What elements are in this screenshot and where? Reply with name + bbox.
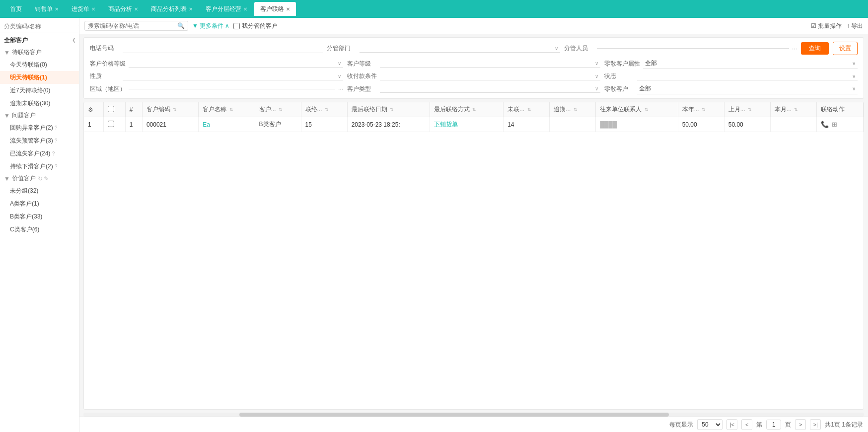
nav-product-analysis-list-close[interactable]: ✕ [189, 6, 193, 12]
first-page-button[interactable]: |< [726, 419, 737, 430]
sidebar-group-pending[interactable]: ▼ 待联络客户 [0, 47, 79, 58]
sidebar-item-ungrouped[interactable]: 未分组(32) [0, 184, 79, 197]
prev-page-button[interactable]: < [741, 419, 752, 430]
nav-purchase-close[interactable]: ✕ [91, 6, 95, 12]
nav-customer-tier[interactable]: 客户分层经营 ✕ [200, 2, 253, 16]
cell-last-method[interactable]: 下销货单 [430, 117, 504, 132]
more-filter-button[interactable]: ▼ 更多条件 ∧ [192, 22, 229, 30]
select-all-checkbox[interactable] [108, 106, 114, 112]
col-checkbox[interactable] [104, 102, 125, 117]
my-customers-checkbox-label[interactable]: 我分管的客户 [233, 22, 278, 30]
col-settings[interactable]: ⚙ [84, 102, 104, 117]
toolbar-search-input[interactable] [88, 22, 177, 29]
cell-name[interactable]: Ea [199, 117, 255, 132]
filter-region-input[interactable] [129, 89, 335, 89]
cell-index: 1 [125, 117, 142, 132]
filter-region-dots[interactable]: ··· [338, 85, 343, 92]
sidebar-item-lost[interactable]: 已流失客户(24) ? [0, 147, 79, 160]
nav-customer-tier-close[interactable]: ✕ [243, 6, 247, 12]
sidebar-group-value-edit[interactable]: ✎ [44, 175, 49, 182]
sidebar-group-value-arrow: ▼ [4, 175, 10, 182]
batch-operation-button[interactable]: ☑ 批量操作 [811, 22, 842, 30]
sidebar-item-abnormal[interactable]: 回购异常客户(2) ? [0, 121, 79, 134]
filter-icon: ▼ [192, 22, 198, 29]
filter-dept-select[interactable]: ∨ [360, 45, 560, 53]
filter-customer-level-select[interactable]: ∨ [380, 60, 600, 68]
sidebar-item-typeC[interactable]: C类客户(6) [0, 223, 79, 236]
filter-retail-attr-label: 零散客户属性 [604, 60, 640, 68]
filter-price-level-select[interactable]: ∨ [129, 60, 343, 68]
col-name[interactable]: 客户名称 ⇅ [199, 102, 255, 117]
sidebar-group-value[interactable]: ▼ 价值客户 ↻ ✎ [0, 173, 79, 184]
filter-phone-input[interactable] [123, 44, 323, 53]
sidebar-search-input[interactable] [4, 23, 78, 30]
horizontal-scrollbar[interactable] [83, 413, 864, 417]
col-contact[interactable]: 联络... ⇅ [301, 102, 347, 117]
col-last-date[interactable]: 最后联络日期 ⇅ [347, 102, 430, 117]
col-this-month[interactable]: 本月... ⇅ [770, 102, 816, 117]
filter-nature: 性质 ∨ [90, 72, 343, 80]
per-page-select[interactable]: 50 20 100 [697, 419, 723, 430]
filter-customer-type-chevron: ∨ [595, 86, 598, 91]
col-action: 联络动作 [816, 102, 863, 117]
nav-product-analysis[interactable]: 商品分析 ✕ [102, 2, 144, 16]
nav-customer-contact-close[interactable]: ✕ [286, 6, 290, 12]
filter-row-3: 性质 ∨ 收付款条件 ∨ 状态 [90, 72, 858, 80]
page-number-input[interactable] [766, 420, 781, 430]
filter-customer-type-select[interactable]: ∨ [380, 85, 600, 93]
toolbar-search-icon[interactable]: 🔍 [177, 22, 185, 29]
col-type[interactable]: 客户... ⇅ [255, 102, 301, 117]
col-last-method[interactable]: 最后联络方式 ⇅ [430, 102, 504, 117]
sidebar-group-problem-arrow: ▼ [4, 112, 10, 119]
row-checkbox[interactable] [108, 121, 114, 127]
col-this-year[interactable]: 本年... ⇅ [678, 102, 724, 117]
my-customers-checkbox[interactable] [233, 23, 240, 29]
sidebar-group-problem[interactable]: ▼ 问题客户 [0, 110, 79, 121]
col-code[interactable]: 客户编码 ⇅ [142, 102, 198, 117]
col-num: # [125, 102, 142, 117]
sidebar-item-typeA[interactable]: A类客户(1) [0, 197, 79, 210]
sidebar-item-tomorrow[interactable]: 明天待联络(1) [0, 71, 79, 84]
cell-last-date: 2023-05-23 18:25: [347, 117, 430, 132]
action-phone-icon[interactable]: 📞 [821, 121, 829, 128]
filter-retail-attr-select[interactable]: 全部 ∨ [643, 58, 858, 69]
sidebar-item-7days[interactable]: 近7天待联络(0) [0, 84, 79, 97]
sidebar-group-value-refresh[interactable]: ↻ [38, 175, 43, 182]
last-page-button[interactable]: >| [810, 419, 821, 430]
filter-customer-type-label: 客户类型 [347, 85, 377, 93]
nav-purchase[interactable]: 进货单 ✕ [66, 2, 101, 16]
scrollbar-thumb[interactable] [239, 413, 669, 417]
col-no-contact[interactable]: 未联... ⇅ [504, 102, 550, 117]
col-unit-contact[interactable]: 往来单位联系人 ⇅ [596, 102, 678, 117]
filter-status-chevron: ∨ [852, 73, 856, 79]
next-page-button[interactable]: > [795, 419, 806, 430]
nav-sales-close[interactable]: ✕ [55, 6, 59, 12]
filter-status-label: 状态 [604, 72, 634, 80]
filter-manager-dots[interactable]: ··· [792, 45, 797, 52]
action-grid-icon[interactable]: ⊞ [832, 121, 837, 128]
nav-product-analysis-close[interactable]: ✕ [134, 6, 138, 12]
filter-retail-customer-select[interactable]: 全部 ∨ [637, 83, 858, 94]
per-page-label: 每页显示 [669, 421, 693, 429]
filter-manager-input[interactable] [597, 48, 789, 49]
sidebar-item-overdue[interactable]: 逾期未联络(30) [0, 97, 79, 110]
sidebar-all-customers[interactable]: 全部客户 《 [0, 34, 79, 47]
filter-nature-select[interactable]: ∨ [123, 72, 343, 80]
filter-status-select[interactable]: ∨ [637, 72, 858, 80]
sidebar-item-declining[interactable]: 持续下滑客户(2) ? [0, 160, 79, 173]
sidebar-item-today[interactable]: 今天待联络(0) [0, 58, 79, 71]
nav-home[interactable]: 首页 [4, 2, 28, 16]
filter-price-level: 客户价格等级 ∨ [90, 60, 343, 68]
col-last-month[interactable]: 上月... ⇅ [724, 102, 770, 117]
query-button[interactable]: 查询 [801, 42, 829, 55]
cell-checkbox[interactable] [104, 117, 125, 132]
col-overdue[interactable]: 逾期... ⇅ [550, 102, 596, 117]
export-button[interactable]: ↑ 导出 [847, 22, 863, 30]
nav-customer-contact[interactable]: 客户联络 ✕ [254, 2, 296, 16]
sidebar-item-typeB[interactable]: B类客户(33) [0, 210, 79, 223]
setting-button[interactable]: 设置 [833, 42, 858, 55]
nav-sales[interactable]: 销售单 ✕ [29, 2, 65, 16]
sidebar-item-warning[interactable]: 流失预警客户(3) ? [0, 134, 79, 147]
filter-payment-select[interactable]: ∨ [380, 72, 600, 80]
nav-product-analysis-list[interactable]: 商品分析列表 ✕ [145, 2, 199, 16]
